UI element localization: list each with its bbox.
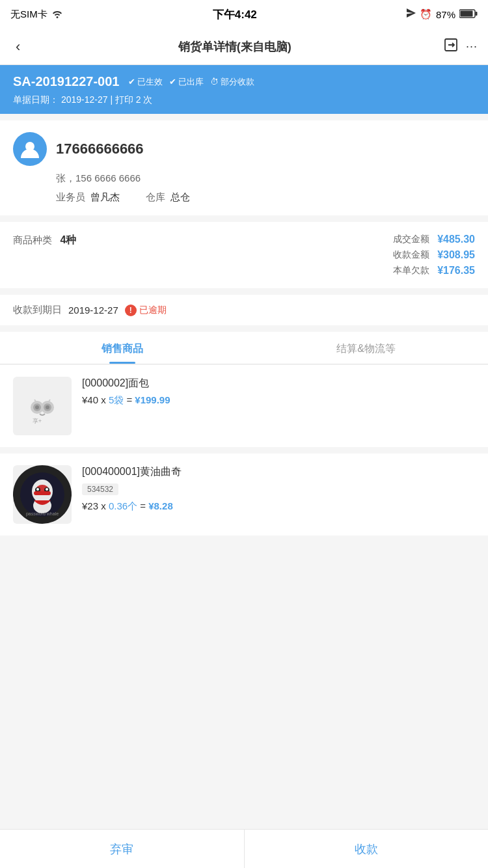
bottom-bar: 弃审 收款 [0,829,488,868]
date-row: 单据日期： 2019-12-27 | 打印 2 次 [13,94,475,106]
product-info-1: [0000002]面包 ¥40 x 5袋 = ¥199.99 [82,377,475,407]
product-type: 商品种类 4种 [13,234,76,247]
svg-text:password whale: password whale [26,511,59,517]
product-name-1: [0000002]面包 [82,377,475,390]
product-price-2: ¥23 x 0.36个 = ¥8.28 [82,500,475,513]
page-title: 销货单详情(来自电脑) [178,39,291,55]
received-value: ¥308.95 [437,249,475,261]
product-tag-2: 534532 [82,483,118,495]
debt-value: ¥176.35 [437,265,475,277]
battery-icon [459,9,478,20]
warehouse-name: 总仓 [170,191,190,204]
status-time: 下午4:42 [213,7,257,22]
status-right: ⏰ 87% [407,8,478,21]
summary-card: 商品种类 4种 成交金额 ¥485.30 收款金额 ¥308.95 本单欠款 ¥… [0,222,488,288]
svg-text:享+: 享+ [33,418,42,424]
overdue-badge: ! 已逾期 [125,305,167,316]
status-tags: ✔ 已生效 ✔ 已出库 ⏱ 部分收款 [128,76,254,88]
amount-label: 成交金额 [393,234,429,245]
signal-text: 无SIM卡 [10,8,47,21]
received-label: 收款金额 [393,249,429,261]
confirm-button[interactable]: 收款 [245,830,489,868]
nav-bar: ‹ 销货单详情(来自电脑) ··· [0,29,488,65]
due-label: 收款到期日 [13,304,62,316]
amounts: 成交金额 ¥485.30 收款金额 ¥308.95 本单欠款 ¥176.35 [393,234,475,277]
svg-point-11 [46,405,49,409]
order-id: SA-20191227-001 [13,74,119,89]
svg-rect-2 [475,12,477,16]
received-row: 收款金额 ¥308.95 [393,249,475,261]
svg-point-19 [46,488,48,491]
summary-row: 商品种类 4种 成交金额 ¥485.30 收款金额 ¥308.95 本单欠款 ¥… [13,234,475,277]
customer-meta: 业务员 曾凡杰 仓库 总仓 [13,191,475,204]
alarm-icon: ⏰ [420,8,432,20]
status-shipped: ✔ 已出库 [169,76,204,88]
warehouse-info: 仓库 总仓 [146,191,190,204]
product-thumb-2: password whale [13,465,72,524]
battery-text: 87% [436,9,455,20]
warehouse-label: 仓库 [146,191,165,204]
avatar [13,132,47,166]
debt-label: 本单欠款 [393,265,429,277]
debt-row: 本单欠款 ¥176.35 [393,265,475,277]
product-thumb-1: 享+ [13,377,72,435]
sales-label: 业务员 [56,191,85,204]
location-icon [407,8,416,21]
tab-products[interactable]: 销售商品 [0,332,244,364]
product-item: 享+ [0000002]面包 ¥40 x 5袋 = ¥199.99 [0,365,488,447]
check-icon-1: ✔ [128,77,135,87]
product-name-2: [000400001]黄油曲奇 [82,465,475,479]
svg-point-10 [35,405,39,409]
product-info-2: [000400001]黄油曲奇 534532 ¥23 x 0.36个 = ¥8.… [82,465,475,513]
wifi-icon [51,9,63,20]
share-icon[interactable] [444,38,458,55]
status-partial: ⏱ 部分收款 [210,76,254,88]
due-date: 2019-12-27 [68,305,118,316]
more-icon[interactable]: ··· [466,40,478,53]
due-card: 收款到期日 2019-12-27 ! 已逾期 [0,295,488,325]
nav-actions: ··· [444,38,478,55]
status-effective: ✔ 已生效 [128,76,163,88]
header-banner: SA-20191227-001 ✔ 已生效 ✔ 已出库 ⏱ 部分收款 单据日期：… [0,65,488,114]
tab-settlement[interactable]: 结算&物流等 [244,332,488,364]
clock-icon: ⏱ [210,77,219,87]
customer-info: 张，156 6666 6666 [13,172,475,185]
customer-card: 17666666666 张，156 6666 6666 业务员 曾凡杰 仓库 总… [0,120,488,215]
back-button[interactable]: ‹ [10,33,25,61]
amount-row: 成交金额 ¥485.30 [393,234,475,245]
svg-rect-3 [460,10,472,16]
product-price-1: ¥40 x 5袋 = ¥199.99 [82,394,475,407]
svg-marker-0 [407,8,416,18]
overdue-text: 已逾期 [139,305,167,316]
cancel-button[interactable]: 弃审 [0,830,245,868]
svg-rect-20 [34,491,51,495]
status-left: 无SIM卡 [10,8,63,21]
amount-value: ¥485.30 [437,234,475,245]
sales-name: 曾凡杰 [90,191,120,204]
status-bar: 无SIM卡 下午4:42 ⏰ 87% [0,0,488,29]
customer-top: 17666666666 [13,132,475,166]
tabs-bar: 销售商品 结算&物流等 [0,332,488,364]
order-id-row: SA-20191227-001 ✔ 已生效 ✔ 已出库 ⏱ 部分收款 [13,74,475,89]
sales-info: 业务员 曾凡杰 [56,191,120,204]
check-icon-2: ✔ [169,77,176,87]
product-list: 享+ [0000002]面包 ¥40 x 5袋 = ¥199.99 [0,365,488,536]
overdue-dot-icon: ! [125,305,137,316]
product-image-2: password whale [13,465,72,524]
customer-phone: 17666666666 [56,141,144,157]
product-item-2: password whale [000400001]黄油曲奇 534532 ¥2… [0,454,488,536]
svg-point-18 [36,488,39,491]
